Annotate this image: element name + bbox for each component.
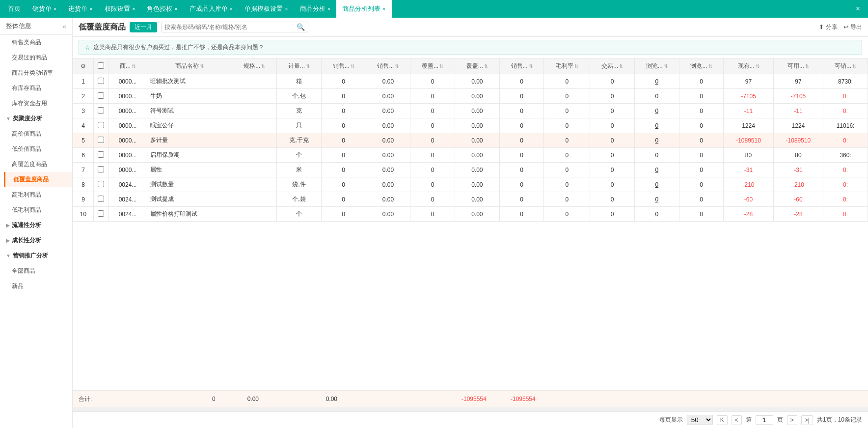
sidebar-group5-header[interactable]: ▼ 营销推广分析 [0, 248, 72, 263]
sidebar-item-inventory-capital[interactable]: 库存资金占用 [4, 96, 72, 111]
sidebar-item-low-margin[interactable]: 低毛利商品 [4, 202, 72, 218]
col-gross-margin[interactable]: 毛利率⇅ [544, 58, 590, 74]
browse1-link[interactable]: 0 [655, 108, 658, 114]
row-checkbox-cell[interactable] [93, 118, 108, 133]
row-checkbox-cell[interactable] [93, 89, 108, 104]
col-settings[interactable]: ⚙ [73, 58, 94, 74]
nav-close-sales[interactable]: × [54, 6, 56, 12]
col-coverage1[interactable]: 覆盖...⇅ [410, 58, 455, 74]
window-close-button[interactable]: × [850, 4, 866, 13]
browse1-link[interactable]: 0 [655, 152, 658, 159]
row-browse1[interactable]: 0 [634, 163, 679, 177]
settings-icon[interactable]: ⚙ [81, 63, 86, 70]
col-sales-extra[interactable]: 销售...⇅ [499, 58, 544, 74]
browse1-link[interactable]: 0 [655, 181, 658, 188]
nav-product-storage[interactable]: 产成品入库单 × [184, 0, 239, 18]
nav-home[interactable]: 首页 [2, 0, 27, 18]
row-checkbox-cell[interactable] [93, 177, 108, 192]
col-coverage2[interactable]: 覆盖...⇅ [455, 58, 499, 74]
row-browse1[interactable]: 0 [634, 192, 679, 207]
row-browse1[interactable]: 0 [634, 207, 679, 222]
row-checkbox-cell[interactable] [93, 148, 108, 163]
first-page-button[interactable]: K [717, 415, 728, 425]
time-filter-button[interactable]: 近一月 [130, 22, 157, 32]
sidebar-item-all-goods[interactable]: 全部商品 [4, 263, 72, 279]
sidebar-group3-header[interactable]: ▶ 流通性分析 [0, 218, 72, 233]
page-size-select[interactable]: 50 100 200 [687, 415, 713, 425]
row-checkbox[interactable] [98, 181, 104, 187]
nav-permission[interactable]: 权限设置 × [99, 0, 141, 18]
row-checkbox[interactable] [98, 210, 104, 217]
browse1-link[interactable]: 0 [655, 122, 658, 129]
col-spec[interactable]: 规格...⇅ [232, 58, 277, 74]
row-checkbox-cell[interactable] [93, 192, 108, 207]
nav-close-template[interactable]: × [285, 6, 288, 12]
row-checkbox[interactable] [98, 151, 104, 158]
nav-role-auth[interactable]: 角色授权 × [141, 0, 183, 18]
nav-close-analysis-list[interactable]: × [382, 6, 385, 12]
nav-close-analysis[interactable]: × [327, 6, 330, 12]
row-browse1[interactable]: 0 [634, 89, 679, 104]
row-checkbox[interactable] [98, 137, 104, 143]
row-checkbox-cell[interactable] [93, 104, 108, 118]
row-checkbox-cell[interactable] [93, 133, 108, 148]
page-input[interactable] [756, 415, 773, 425]
nav-close-purchase[interactable]: × [89, 6, 92, 12]
sidebar-item-low-value[interactable]: 低价值商品 [4, 142, 72, 157]
col-sales-amount[interactable]: 销售...⇅ [366, 58, 410, 74]
col-current-stock[interactable]: 现有...⇅ [724, 58, 773, 74]
sidebar-item-traded-goods[interactable]: 交易过的商品 [4, 50, 72, 65]
select-all-checkbox[interactable] [98, 62, 104, 69]
col-sales-qty[interactable]: 销售...⇅ [321, 58, 366, 74]
nav-template[interactable]: 单据模板设置 × [239, 0, 294, 18]
sidebar-item-in-stock[interactable]: 有库存商品 [4, 81, 72, 96]
browse1-link[interactable]: 0 [655, 137, 658, 144]
row-checkbox-cell[interactable] [93, 74, 108, 89]
prev-page-button[interactable]: < [732, 415, 742, 425]
col-available-stock[interactable]: 可用...⇅ [773, 58, 823, 74]
share-button[interactable]: ⬆ 分享 [819, 23, 838, 31]
col-unit[interactable]: 计量...⇅ [277, 58, 322, 74]
browse1-link[interactable]: 0 [655, 167, 658, 173]
nav-close-storage[interactable]: × [230, 6, 233, 12]
sidebar-collapse-button[interactable]: « [63, 23, 66, 30]
search-icon[interactable]: 🔍 [297, 23, 305, 31]
col-transaction[interactable]: 交易...⇅ [590, 58, 635, 74]
col-browse1[interactable]: 浏览...⇅ [634, 58, 679, 74]
browse1-link[interactable]: 0 [655, 196, 658, 203]
sidebar-item-new-goods[interactable]: 新品 [4, 279, 72, 294]
search-input[interactable] [164, 24, 297, 30]
row-checkbox[interactable] [98, 107, 104, 114]
export-button[interactable]: ↩ 导出 [843, 23, 862, 31]
col-browse2[interactable]: 浏览...⇅ [679, 58, 724, 74]
row-checkbox[interactable] [98, 92, 104, 99]
col-saleable[interactable]: 可销...⇅ [823, 58, 868, 74]
row-checkbox[interactable] [98, 166, 104, 172]
last-page-button[interactable]: >| [801, 415, 813, 425]
row-checkbox[interactable] [98, 122, 104, 128]
row-browse1[interactable]: 0 [634, 118, 679, 133]
browse1-link[interactable]: 0 [655, 93, 658, 100]
browse1-link[interactable]: 0 [655, 78, 658, 85]
row-browse1[interactable]: 0 [634, 177, 679, 192]
sidebar-group4-header[interactable]: ▶ 成长性分析 [0, 233, 72, 248]
sidebar-item-high-margin[interactable]: 高毛利商品 [4, 187, 72, 202]
nav-close-role[interactable]: × [174, 6, 177, 12]
col-checkbox[interactable] [93, 58, 108, 74]
nav-sales-order[interactable]: 销货单 × [27, 0, 62, 18]
scrollbar[interactable] [73, 407, 868, 411]
sidebar-group2-header[interactable]: ▼ 类聚度分析 [0, 111, 72, 126]
col-name[interactable]: 商品名称⇅ [147, 58, 232, 74]
sidebar-item-low-coverage[interactable]: 低覆盖度商品 [4, 172, 72, 187]
row-browse1[interactable]: 0 [634, 104, 679, 118]
sidebar-item-category-turnover[interactable]: 商品分类动销率 [4, 65, 72, 81]
nav-goods-analysis-list[interactable]: 商品分析列表 × [336, 0, 391, 18]
nav-goods-analysis[interactable]: 商品分析 × [294, 0, 336, 18]
row-browse1[interactable]: 0 [634, 133, 679, 148]
row-checkbox-cell[interactable] [93, 163, 108, 177]
nav-purchase-order[interactable]: 进货单 × [62, 0, 98, 18]
col-code[interactable]: 商...⇅ [108, 58, 147, 74]
sidebar-item-sales-goods[interactable]: 销售类商品 [4, 35, 72, 50]
row-checkbox-cell[interactable] [93, 207, 108, 222]
row-checkbox[interactable] [98, 78, 104, 84]
